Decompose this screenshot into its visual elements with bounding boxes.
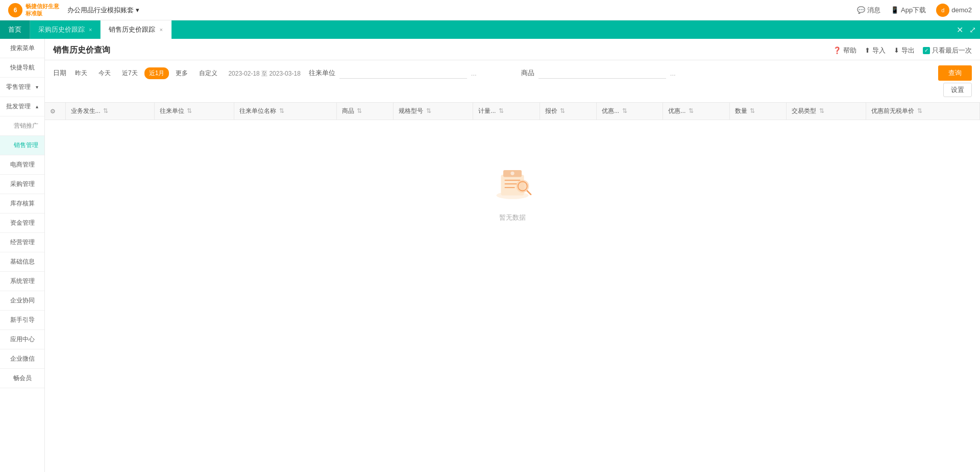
chevron-up-icon: ▴	[36, 104, 38, 109]
table-header-row: ⚙ 业务发生... ⇅ 往来单位 ⇅ 往来单位名称 ⇅	[45, 103, 980, 120]
logo-icon: 6	[8, 3, 22, 17]
account-selector[interactable]: 办公用品行业模拟账套 ▾	[63, 4, 143, 17]
column-header-spec[interactable]: 规格型号 ⇅	[394, 103, 473, 120]
sidebar-item-wechat[interactable]: 企业微信	[0, 349, 44, 369]
column-header-quote[interactable]: 报价 ⇅	[540, 103, 597, 120]
date-btn-yesterday[interactable]: 昨天	[70, 67, 92, 79]
svg-line-9	[527, 191, 531, 195]
date-btn-today[interactable]: 今天	[94, 67, 115, 79]
query-button[interactable]: 查询	[938, 65, 972, 81]
sidebar-item-marketing[interactable]: 营销推广	[0, 116, 44, 136]
column-header-partner-code[interactable]: 往来单位 ⇅	[155, 103, 234, 120]
column-header-unit[interactable]: 计量... ⇅	[473, 103, 540, 120]
sort-icon: ⇅	[499, 107, 504, 114]
column-header-pretax-price[interactable]: 优惠前无税单价 ⇅	[866, 103, 980, 120]
column-header-biz-date[interactable]: 业务发生... ⇅	[65, 103, 155, 120]
sidebar-item-system[interactable]: 系统管理	[0, 272, 44, 291]
user-profile[interactable]: d demo2	[936, 4, 972, 17]
sort-icon: ⇅	[689, 107, 694, 114]
top-bar-right: 💬 消息 📱 App下载 d demo2	[857, 4, 972, 17]
goods-input[interactable]	[538, 67, 666, 79]
sidebar-item-inventory[interactable]: 库存核算	[0, 194, 44, 214]
empty-state: 暂无数据	[45, 120, 980, 263]
export-button[interactable]: ⬇ 导出	[894, 46, 915, 55]
date-btn-last1month[interactable]: 近1月	[144, 67, 169, 79]
table-container: ⚙ 业务发生... ⇅ 往来单位 ⇅ 往来单位名称 ⇅	[45, 103, 980, 472]
content-area: 销售历史价查询 ❓ 帮助 ⬆ 导入 ⬇ 导出 ✓ 只看最后一次	[45, 39, 980, 472]
column-header-discount2[interactable]: 优惠... ⇅	[663, 103, 729, 120]
column-header-quantity[interactable]: 数量 ⇅	[729, 103, 787, 120]
help-button[interactable]: ❓ 帮助	[833, 46, 856, 55]
sidebar-item-quick-nav[interactable]: 快捷导航	[0, 58, 44, 78]
logo-area: 6 畅捷信好生意 标准版	[8, 3, 59, 17]
sidebar-item-enterprise[interactable]: 企业协同	[0, 291, 44, 311]
sidebar-item-sales-mgmt[interactable]: 销售管理	[0, 136, 44, 155]
column-header-partner-name[interactable]: 往来单位名称 ⇅	[234, 103, 336, 120]
date-btn-custom[interactable]: 自定义	[194, 67, 222, 79]
date-range-display: 2023-02-18 至 2023-03-18	[228, 69, 300, 78]
settings-button[interactable]: 设置	[943, 83, 972, 97]
help-icon: ❓	[833, 46, 841, 54]
app-download-button[interactable]: 📱 App下载	[891, 6, 926, 15]
tab-home[interactable]: 首页	[0, 20, 30, 39]
gear-icon[interactable]: ⚙	[50, 108, 56, 115]
date-filter-group: 日期 昨天 今天 近7天 近1月 更多 自定义 2023-02-18 至 202…	[53, 67, 301, 79]
window-maximize-button[interactable]: ⤢	[969, 25, 976, 35]
column-header-discount1[interactable]: 优惠... ⇅	[597, 103, 663, 120]
checkbox-icon: ✓	[923, 47, 930, 54]
column-header-gear[interactable]: ⚙	[45, 103, 65, 120]
page-title: 销售历史价查询	[53, 45, 110, 56]
message-icon: 💬	[857, 6, 865, 14]
sort-icon: ⇅	[279, 107, 284, 114]
sidebar-item-basic-info[interactable]: 基础信息	[0, 252, 44, 272]
sort-icon: ⇅	[187, 107, 192, 114]
tab-sales-close[interactable]: ×	[159, 27, 162, 33]
sidebar-item-wholesale-mgmt[interactable]: 批发管理 ▴	[0, 97, 44, 116]
top-bar: 6 畅捷信好生意 标准版 办公用品行业模拟账套 ▾ 💬 消息 📱 App下载 d…	[0, 0, 980, 20]
top-bar-left: 6 畅捷信好生意 标准版 办公用品行业模拟账套 ▾	[8, 3, 143, 17]
partner-input[interactable]	[339, 67, 467, 79]
main-layout: 搜索菜单 快捷导航 零售管理 ▾ 批发管理 ▴ 营销推广 销售管理 电商管理 采…	[0, 39, 980, 472]
message-button[interactable]: 💬 消息	[857, 6, 880, 15]
sidebar-item-operations[interactable]: 经营管理	[0, 233, 44, 252]
sidebar-item-guide[interactable]: 新手引导	[0, 311, 44, 330]
empty-text: 暂无数据	[86, 213, 939, 222]
page-actions: ❓ 帮助 ⬆ 导入 ⬇ 导出 ✓ 只看最后一次	[833, 46, 972, 55]
column-header-trade-type[interactable]: 交易类型 ⇅	[787, 103, 866, 120]
sort-icon: ⇅	[426, 107, 431, 114]
tab-bar: 首页 采购历史价跟踪 × 销售历史价跟踪 × ✕ ⤢	[0, 20, 980, 39]
tab-window-actions: ✕ ⤢	[952, 20, 980, 39]
date-buttons: 昨天 今天 近7天 近1月 更多 自定义	[70, 67, 222, 79]
import-button[interactable]: ⬆ 导入	[865, 46, 886, 55]
sidebar-item-purchase-mgmt[interactable]: 采购管理	[0, 175, 44, 194]
sidebar-item-search-menu[interactable]: 搜索菜单	[0, 39, 44, 58]
window-close-button[interactable]: ✕	[957, 25, 963, 35]
tab-sales-history[interactable]: 销售历史价跟踪 ×	[101, 20, 171, 39]
date-btn-more[interactable]: 更多	[171, 67, 192, 79]
empty-icon	[489, 161, 535, 207]
svg-point-3	[510, 172, 514, 175]
chevron-down-icon: ▾	[136, 6, 139, 14]
goods-picker-button[interactable]: ...	[670, 69, 676, 77]
sidebar-item-ecommerce[interactable]: 电商管理	[0, 155, 44, 175]
download-icon: 📱	[891, 6, 899, 14]
filter-row: 日期 昨天 今天 近7天 近1月 更多 自定义 2023-02-18 至 202…	[53, 65, 972, 81]
only-last-checkbox[interactable]: ✓ 只看最后一次	[923, 46, 972, 55]
sort-icon: ⇅	[622, 107, 627, 114]
sidebar-item-retail-mgmt[interactable]: 零售管理 ▾	[0, 78, 44, 97]
import-icon: ⬆	[865, 46, 870, 54]
date-btn-last7[interactable]: 近7天	[117, 67, 142, 79]
page-header: 销售历史价查询 ❓ 帮助 ⬆ 导入 ⬇ 导出 ✓ 只看最后一次	[45, 39, 980, 60]
data-table: ⚙ 业务发生... ⇅ 往来单位 ⇅ 往来单位名称 ⇅	[45, 103, 980, 120]
avatar: d	[936, 4, 949, 17]
tab-purchase-history[interactable]: 采购历史价跟踪 ×	[30, 20, 101, 39]
sort-icon: ⇅	[357, 107, 362, 114]
partner-filter-group: 往来单位 ...	[309, 67, 513, 79]
tab-purchase-close[interactable]: ×	[89, 27, 92, 33]
column-header-goods[interactable]: 商品 ⇅	[336, 103, 394, 120]
sidebar-item-finance[interactable]: 资金管理	[0, 214, 44, 233]
sidebar-item-member[interactable]: 畅会员	[0, 369, 44, 388]
sidebar-item-app-center[interactable]: 应用中心	[0, 330, 44, 349]
partner-picker-button[interactable]: ...	[471, 69, 477, 77]
sort-icon: ⇅	[819, 107, 824, 114]
